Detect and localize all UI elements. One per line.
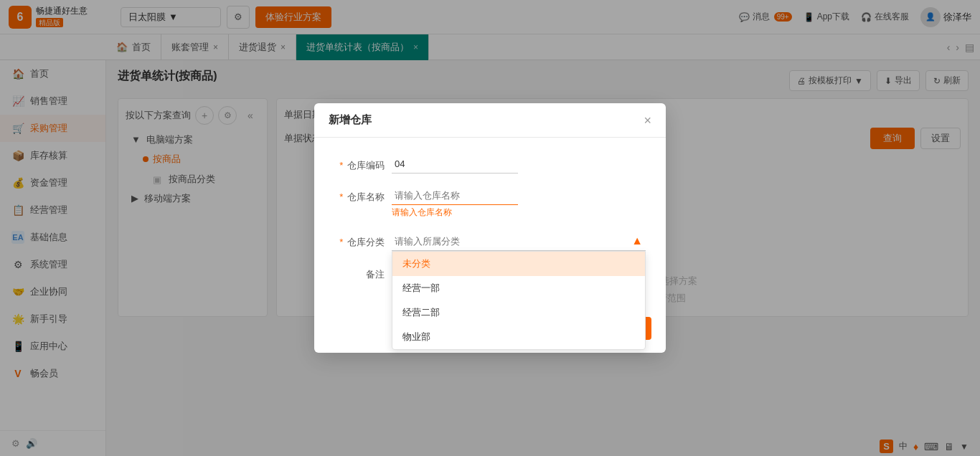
dropdown-item-dept2[interactable]: 经营二部: [392, 300, 645, 325]
form-row-name: * 仓库名称 请输入仓库名称: [334, 186, 646, 219]
category-input[interactable]: [395, 236, 631, 247]
required-star-category: *: [339, 237, 343, 247]
code-label: * 仓库编码: [334, 155, 385, 172]
modal-new-warehouse: 新增仓库 × * 仓库编码 * 仓库名称: [314, 103, 666, 353]
category-toggle-icon[interactable]: ▲: [631, 234, 643, 247]
name-input-box: 请输入仓库名称: [392, 186, 646, 219]
required-star-name: *: [339, 191, 343, 202]
name-error-msg: 请输入仓库名称: [392, 206, 646, 219]
category-input-wrap: ▲: [392, 232, 646, 251]
dropdown-item-dept1[interactable]: 经营一部: [392, 276, 645, 300]
category-label: * 仓库分类: [334, 232, 385, 249]
name-input[interactable]: [392, 186, 518, 205]
category-input-box: ▲ 未分类 经营一部 经营二部 物业部: [392, 232, 646, 251]
name-label: * 仓库名称: [334, 186, 385, 204]
code-input[interactable]: [392, 155, 518, 174]
form-row-category: * 仓库分类 ▲ 未分类 经营一部: [334, 232, 646, 251]
modal-header: 新增仓库 ×: [314, 103, 666, 138]
form-row-code: * 仓库编码: [334, 155, 646, 174]
code-input-box: [392, 155, 646, 174]
dropdown-item-unclassified[interactable]: 未分类: [392, 252, 645, 276]
dropdown-item-property[interactable]: 物业部: [392, 325, 645, 349]
modal-title: 新增仓库: [329, 113, 372, 127]
category-dropdown: 未分类 经营一部 经营二部 物业部: [392, 251, 646, 350]
modal-close-button[interactable]: ×: [644, 114, 651, 127]
required-star-code: *: [339, 160, 343, 171]
modal-overlay: 新增仓库 × * 仓库编码 * 仓库名称: [0, 0, 980, 456]
note-label: 备注: [334, 264, 385, 281]
modal-body: * 仓库编码 * 仓库名称 请输入仓库名称: [314, 138, 666, 310]
